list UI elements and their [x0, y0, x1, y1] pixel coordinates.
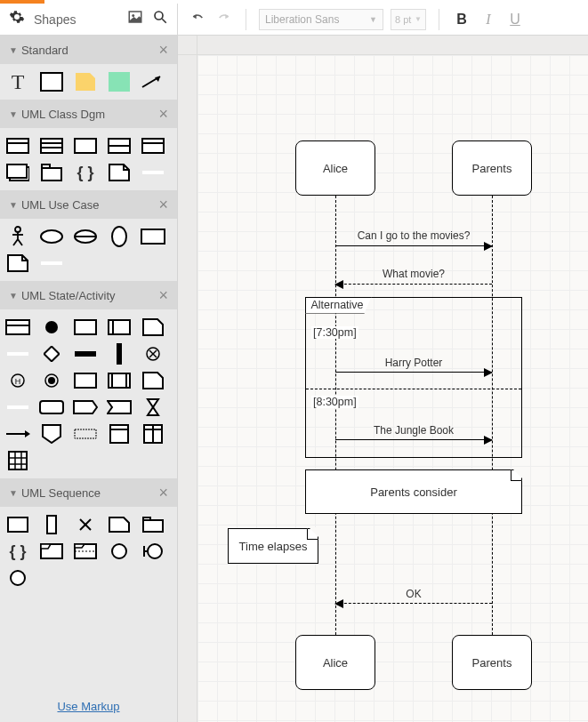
bold-button[interactable]: B: [452, 12, 471, 28]
search-icon[interactable]: [152, 9, 168, 29]
shape-line-uc[interactable]: [39, 253, 64, 274]
shape-note-seq[interactable]: [107, 514, 132, 535]
shape-activation[interactable]: [39, 514, 64, 535]
shape-circle[interactable]: [107, 541, 132, 562]
category-header-uml-usecase[interactable]: ▼ UML Use Case ×: [0, 190, 177, 219]
svg-point-77: [11, 571, 25, 585]
shape-circle2[interactable]: [141, 541, 165, 562]
message-can-i-go[interactable]: [335, 245, 492, 246]
shape-fill-green[interactable]: [107, 71, 132, 92]
svg-point-20: [15, 227, 20, 232]
shape-package[interactable]: [5, 162, 30, 183]
category-header-uml-sequence[interactable]: ▼ UML Sequence ×: [0, 478, 177, 507]
category-header-uml-class[interactable]: ▼ UML Class Dgm ×: [0, 100, 177, 128]
shape-swim[interactable]: [107, 423, 132, 445]
shape-dots[interactable]: [73, 423, 98, 445]
shape-class-alt[interactable]: [141, 135, 165, 156]
svg-rect-39: [75, 351, 96, 357]
italic-button[interactable]: I: [479, 12, 498, 28]
shape-line-thick[interactable]: [141, 162, 165, 183]
shape-rect-sa[interactable]: [73, 317, 98, 338]
shape-r2[interactable]: [107, 370, 132, 391]
shapes-settings-icon[interactable]: [9, 9, 25, 29]
use-markup-link[interactable]: Use Markup: [0, 700, 177, 713]
shape-flow[interactable]: [5, 423, 30, 445]
underline-button[interactable]: U: [505, 12, 525, 28]
shape-state[interactable]: [5, 317, 30, 338]
shape-term1[interactable]: [141, 343, 165, 365]
shape-hist[interactable]: H: [5, 370, 30, 391]
close-icon[interactable]: ×: [158, 196, 168, 214]
shape-frag[interactable]: [39, 541, 64, 562]
redo-button[interactable]: [215, 11, 233, 28]
shape-note[interactable]: [107, 162, 132, 183]
shape-note-yellow[interactable]: [73, 71, 98, 92]
shape-boundary[interactable]: [141, 226, 165, 247]
shape-destroy[interactable]: [73, 514, 98, 535]
shape-text[interactable]: T: [5, 71, 30, 92]
shape-comp[interactable]: [107, 317, 132, 338]
message-jungle-book[interactable]: [335, 439, 492, 440]
note-time-elapses[interactable]: Time elapses: [228, 528, 318, 564]
shape-braces[interactable]: { }: [73, 162, 98, 183]
shape-initial[interactable]: [39, 317, 64, 338]
shape-lifeline[interactable]: [5, 514, 30, 535]
shape-note-uc[interactable]: [5, 253, 30, 274]
message-label: OK: [406, 588, 421, 600]
shape-package2[interactable]: [39, 162, 64, 183]
note-parents-consider[interactable]: Parents consider: [305, 469, 522, 514]
shape-note-sa[interactable]: [141, 317, 165, 338]
shape-simple-class[interactable]: [73, 135, 98, 156]
shape-braces-seq[interactable]: { }: [5, 541, 30, 562]
shape-receive[interactable]: [107, 397, 132, 418]
shape-hourglass[interactable]: [141, 397, 165, 418]
image-icon[interactable]: [127, 9, 143, 29]
svg-point-74: [148, 544, 162, 558]
shape-shield[interactable]: [39, 423, 64, 445]
message-label: Can I go to the movies?: [358, 229, 471, 242]
close-icon[interactable]: ×: [158, 286, 168, 305]
shape-final[interactable]: [39, 370, 64, 391]
shape-r1[interactable]: [73, 370, 98, 391]
shape-oval[interactable]: [107, 226, 132, 247]
shape-bar-h[interactable]: [73, 343, 98, 365]
shape-pkg-seq[interactable]: [141, 514, 165, 535]
shape-frag-div[interactable]: [73, 541, 98, 562]
shape-swim2[interactable]: [141, 423, 165, 445]
svg-line-23: [13, 239, 18, 245]
shape-usecase-ext[interactable]: [73, 226, 98, 247]
svg-rect-66: [8, 517, 28, 532]
shape-bar-v[interactable]: [107, 343, 132, 365]
font-family-select[interactable]: Liberation Sans▼: [259, 9, 383, 30]
lifeline-box-parents-bottom[interactable]: Parents: [452, 635, 532, 690]
shape-note3[interactable]: [141, 370, 165, 391]
shape-line-sa[interactable]: [5, 343, 30, 365]
shape-circle3[interactable]: [5, 567, 30, 589]
shape-actor[interactable]: [5, 226, 30, 247]
category-header-uml-state[interactable]: ▼ UML State/Activity ×: [0, 281, 177, 309]
lifeline-box-alice-bottom[interactable]: Alice: [295, 635, 375, 690]
shape-grid[interactable]: [5, 450, 30, 471]
shape-rect[interactable]: [39, 71, 64, 92]
close-icon[interactable]: ×: [158, 484, 168, 502]
font-size-select[interactable]: 8 pt▼: [391, 9, 426, 30]
shape-decision[interactable]: [39, 343, 64, 365]
message-ok[interactable]: [335, 603, 492, 604]
shape-signal[interactable]: [73, 397, 98, 418]
lifeline-box-parents[interactable]: Parents: [452, 140, 532, 196]
shape-line3[interactable]: [5, 397, 30, 418]
undo-button[interactable]: [189, 11, 206, 28]
shape-usecase[interactable]: [39, 226, 64, 247]
shape-class[interactable]: [5, 135, 30, 156]
shape-arrow[interactable]: [141, 71, 165, 92]
message-what-movie[interactable]: [335, 284, 492, 285]
message-harry-potter[interactable]: [335, 372, 492, 373]
category-header-standard[interactable]: ▼ Standard ×: [0, 36, 177, 64]
shape-class3[interactable]: [39, 135, 64, 156]
shape-interface[interactable]: [107, 135, 132, 156]
shape-rnd[interactable]: [39, 397, 64, 418]
diagram-canvas[interactable]: Alice Parents Can I go to the movies? Wh…: [178, 36, 588, 722]
lifeline-box-alice[interactable]: Alice: [295, 140, 375, 196]
close-icon[interactable]: ×: [158, 105, 168, 124]
close-icon[interactable]: ×: [158, 41, 168, 60]
